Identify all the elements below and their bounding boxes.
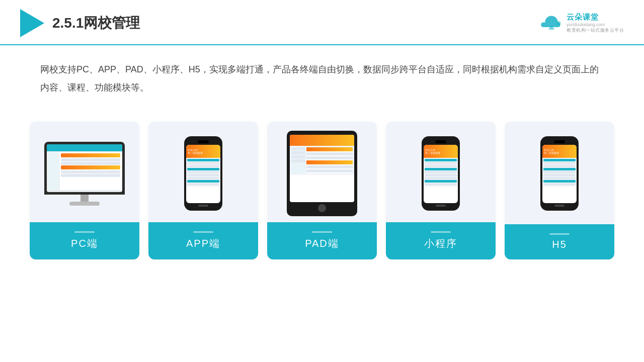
miniprogram-card-label: 小程序 (386, 222, 496, 259)
h5-home-button (554, 205, 565, 207)
miniprogram-notch (435, 140, 446, 143)
pc-card-label: PC端 (30, 222, 139, 259)
pc-image-area (30, 122, 139, 222)
phone-home-button (198, 205, 208, 207)
monitor-base (69, 202, 100, 206)
svg-point-0 (556, 21, 560, 25)
brand-name: 云朵课堂 (567, 13, 599, 22)
brand-text-block: 云朵课堂 yunduoketang.com 教育机构一站式服务云平台 (567, 13, 624, 34)
description-text: 网校支持PC、APP、PAD、小程序、H5，实现多端打通，产品各终端自由切换，数… (0, 45, 644, 102)
header-right: 云朵课堂 yunduoketang.com 教育机构一站式服务云平台 (539, 13, 624, 34)
monitor-screen (47, 144, 122, 192)
pad-image-area (267, 122, 377, 222)
miniprogram-image-area: 职达人的第一堂刷题课 (386, 122, 496, 222)
h5-screen: 职达人的第一堂刷题课 (542, 145, 577, 203)
brand-tagline: 教育机构一站式服务云平台 (567, 27, 624, 34)
app-card-label: APP端 (148, 222, 258, 259)
device-card-pc: PC端 (30, 122, 139, 259)
pc-monitor (44, 142, 125, 206)
app-image-area: 职达人的第一堂刷题课 (148, 122, 258, 222)
pad-card-label: PAD端 (267, 222, 377, 259)
miniprogram-phone-frame: 职达人的第一堂刷题课 (422, 136, 460, 211)
miniprogram-screen: 职达人的第一堂刷题课 (424, 145, 458, 203)
app-phone-frame: 职达人的第一堂刷题课 (184, 136, 222, 211)
device-card-pad: PAD端 (267, 122, 377, 259)
phone-screen: 职达人的第一堂刷题课 (186, 145, 220, 203)
device-card-h5: 职达人的第一堂刷题课 (505, 122, 614, 259)
tablet-home-button (318, 204, 326, 212)
cloud-icon (539, 14, 564, 32)
device-card-app: 职达人的第一堂刷题课 (148, 122, 258, 259)
h5-card-label: H5 (505, 224, 614, 259)
brand-logo: 云朵课堂 yunduoketang.com 教育机构一站式服务云平台 (539, 13, 624, 34)
device-cards-section: PC端 职达人的第一堂刷题课 (0, 107, 644, 275)
logo-triangle (20, 9, 44, 37)
h5-image-area: 职达人的第一堂刷题课 (505, 122, 614, 222)
phone-screen-top: 职达人的第一堂刷题课 (186, 145, 220, 158)
h5-notch (554, 140, 565, 143)
tablet-frame (287, 131, 357, 216)
header-left: 2.5.1网校管理 (20, 9, 140, 37)
monitor-neck (80, 195, 89, 202)
page-title: 2.5.1网校管理 (52, 14, 140, 33)
phone-notch (198, 140, 209, 143)
tablet-screen (290, 135, 354, 202)
monitor-frame (44, 142, 125, 195)
device-card-miniprogram: 职达人的第一堂刷题课 (386, 122, 496, 259)
h5-phone-frame: 职达人的第一堂刷题课 (540, 136, 579, 211)
header: 2.5.1网校管理 云朵课堂 yunduoketang.com 教育机构一站式服… (0, 0, 644, 45)
brand-url: yunduoketang.com (567, 22, 605, 27)
miniprogram-home-button (436, 205, 446, 207)
